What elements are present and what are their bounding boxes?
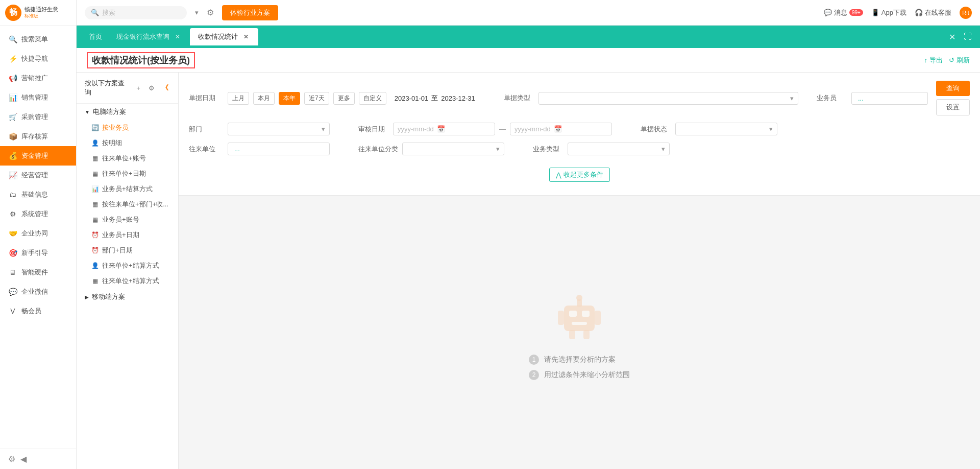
tree-group-mobile-header[interactable]: ▶ 移动端方案: [77, 289, 178, 305]
unit-method1-icon: 👤: [91, 262, 99, 270]
topbar-gear-icon[interactable]: ⚙: [207, 8, 214, 17]
doctype-select[interactable]: ▾: [538, 92, 798, 105]
doctype-chevron: ▾: [790, 95, 794, 102]
this-month-btn[interactable]: 本月: [253, 92, 275, 105]
tree-child-unit-account[interactable]: ▦ 往来单位+账号: [83, 151, 178, 166]
sidebar-item-vip[interactable]: V 畅会员: [0, 301, 76, 321]
date-label: 单据日期: [189, 93, 219, 103]
tab-bank[interactable]: 现金银行流水查询 ✕: [108, 28, 190, 45]
tabbar-expand-icon[interactable]: ⛶: [962, 30, 974, 44]
date-range: 2023-01-01 至 2023-12-31: [395, 93, 475, 103]
sidebar-item-inventory[interactable]: 📦 库存核算: [0, 127, 76, 146]
sidebar-item-guide[interactable]: 🎯 新手引导: [0, 243, 76, 263]
salesperson-more-btn[interactable]: ...: [856, 95, 866, 102]
topbar-search-area[interactable]: 🔍 搜索: [85, 6, 187, 19]
docstatus-select[interactable]: ▾: [675, 123, 777, 135]
refresh-button[interactable]: ↺ 刷新: [949, 56, 970, 65]
svg-rect-1: [569, 311, 577, 317]
date-dash: —: [499, 125, 506, 133]
sidebar-item-wechat[interactable]: 💬 企业微信: [0, 282, 76, 301]
sidebar-item-basic[interactable]: 🗂 基础信息: [0, 185, 76, 204]
this-year-btn[interactable]: 本年: [279, 92, 300, 105]
sidebar-item-marketing[interactable]: 📢 营销推广: [0, 68, 76, 88]
collapse-icon: ⋀: [556, 171, 561, 179]
query-button[interactable]: 查询: [936, 81, 970, 96]
tree-child-by-salesperson[interactable]: 🔄 按业务员: [83, 120, 178, 135]
sidebar-item-corp[interactable]: 🤝 企业协同: [0, 224, 76, 243]
left-panel-add-btn[interactable]: +: [133, 83, 143, 93]
collapse-button[interactable]: ⋀ 收起更多条件: [549, 168, 610, 182]
tree-child-salesperson-date[interactable]: ⏰ 业务员+日期: [83, 227, 178, 243]
salesperson-account-icon: ▦: [91, 216, 99, 224]
quicknav-icon: ⚡: [8, 54, 17, 63]
review-date-to-input[interactable]: yyyy-mm-dd 📅: [510, 123, 612, 135]
settings-button[interactable]: 设置: [936, 99, 970, 115]
sidebar-item-quicknav[interactable]: ⚡ 快捷导航: [0, 49, 76, 68]
online-service-action[interactable]: 🎧 在线客服: [915, 8, 951, 17]
counterpart-category-select[interactable]: ▾: [402, 143, 504, 155]
tab-home[interactable]: 首页: [83, 28, 108, 45]
tree-child-label: 按业务员: [102, 123, 129, 132]
counterpart-more-btn[interactable]: ...: [232, 145, 242, 153]
tab-receipt-close[interactable]: ✕: [242, 33, 250, 41]
custom-btn[interactable]: 自定义: [359, 92, 386, 105]
detail-icon: 👤: [91, 139, 99, 147]
topbar-dropdown-icon[interactable]: ▾: [195, 9, 199, 16]
tree-child-salesperson-account[interactable]: ▦ 业务员+账号: [83, 212, 178, 227]
left-panel-settings-btn[interactable]: ⚙: [146, 83, 157, 93]
review-date-from-input[interactable]: yyyy-mm-dd 📅: [393, 123, 495, 135]
dept-select[interactable]: ▾: [228, 123, 330, 135]
salesperson-select[interactable]: ...: [851, 92, 928, 105]
tree-child-unit-method1[interactable]: 👤 往来单位+结算方式: [83, 258, 178, 273]
sidebar-settings-icon[interactable]: ⚙: [8, 454, 15, 464]
sidebar-bottom: ⚙ ◀: [0, 449, 76, 469]
sidebar-item-hardware[interactable]: 🖥 智能硬件: [0, 263, 76, 282]
sidebar-item-search[interactable]: 🔍 搜索菜单: [0, 30, 76, 49]
empty-steps: 1 请先选择要分析的方案 2 用过滤条件来缩小分析范围: [529, 355, 630, 380]
logo-text: 畅捷通好生意: [24, 6, 58, 13]
app-icon: 📱: [871, 9, 879, 16]
user-action[interactable]: Rit: [960, 7, 972, 19]
tree-child-unit-method2[interactable]: ▦ 往来单位+结算方式: [83, 273, 178, 289]
hardware-icon: 🖥: [8, 268, 17, 277]
doctype-label: 单据类型: [504, 93, 534, 103]
counterpart-category-label: 往来单位分类: [358, 145, 398, 154]
biztype-select[interactable]: ▾: [568, 143, 670, 155]
left-panel-title: 按以下方案查询: [85, 79, 129, 97]
sidebar: 畅 畅捷通好生意 标准版 🔍 搜索菜单 ⚡ 快捷导航 📢 营销推广 📊 销售管理…: [0, 0, 77, 469]
tab-bank-close[interactable]: ✕: [174, 33, 182, 41]
export-button[interactable]: ↑ 导出: [924, 56, 943, 65]
sidebar-item-finance[interactable]: 💰 资金管理: [0, 146, 76, 166]
left-panel-header: 按以下方案查询 + ⚙ 《: [77, 73, 178, 104]
unit-account-icon: ▦: [91, 154, 99, 162]
tab-receipt[interactable]: 收款情况统计 ✕: [190, 28, 258, 45]
tree-group-pc-header[interactable]: ▼ 电脑端方案: [77, 104, 178, 120]
tree-child-dept-date[interactable]: ⏰ 部门+日期: [83, 243, 178, 258]
tree-child-unit-dept-collect[interactable]: ▦ 按往来单位+部门+收...: [83, 197, 178, 212]
calendar-icon-to[interactable]: 📅: [554, 125, 562, 133]
app-download-action[interactable]: 📱 App下载: [871, 8, 906, 17]
last7days-btn[interactable]: 近7天: [304, 92, 329, 105]
sidebar-collapse-icon[interactable]: ◀: [20, 454, 27, 464]
trial-btn[interactable]: 体验行业方案: [222, 5, 278, 20]
left-panel-collapse-btn[interactable]: 《: [160, 83, 170, 93]
unit-method2-icon: ▦: [91, 277, 99, 285]
sidebar-item-label: 畅会员: [21, 307, 41, 316]
more-btn[interactable]: 更多: [333, 92, 355, 105]
tabbar-close-icon[interactable]: ✕: [947, 30, 958, 44]
calendar-icon-from[interactable]: 📅: [437, 125, 445, 133]
svg-rect-6: [558, 311, 564, 325]
tree-child-salesperson-method[interactable]: 📊 业务员+结算方式: [83, 181, 178, 197]
sidebar-item-purchase[interactable]: 🛒 采购管理: [0, 107, 76, 127]
last-month-btn[interactable]: 上月: [228, 92, 249, 105]
tree-child-by-detail[interactable]: 👤 按明细: [83, 135, 178, 151]
sidebar-item-sales[interactable]: 📊 销售管理: [0, 88, 76, 107]
message-action[interactable]: 💬 消息 99+: [824, 8, 863, 17]
tree-collapse-icon: ▶: [85, 294, 89, 300]
system-icon: ⚙: [8, 209, 17, 219]
sidebar-item-operation[interactable]: 📈 经营管理: [0, 166, 76, 185]
tree-child-unit-date[interactable]: ▦ 往来单位+日期: [83, 166, 178, 181]
tree-expand-icon: ▼: [85, 109, 90, 115]
counterpart-select[interactable]: ...: [228, 143, 330, 155]
sidebar-item-system[interactable]: ⚙ 系统管理: [0, 204, 76, 224]
